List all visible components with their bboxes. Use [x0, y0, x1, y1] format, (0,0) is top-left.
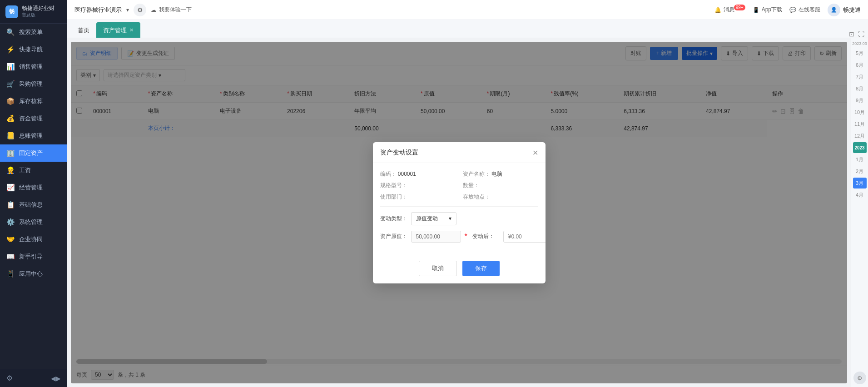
required-mark: *	[465, 233, 467, 241]
collapse-icon[interactable]: ◀▶	[51, 375, 61, 382]
sidebar-item-system[interactable]: ⚙️ 系统管理	[0, 213, 67, 231]
modal-dept-label: 使用部门：	[380, 194, 407, 200]
tab-asset-management[interactable]: 资产管理 ✕	[96, 22, 140, 38]
modal-header: 资产变动设置 ✕	[373, 142, 546, 163]
sidebar-item-label: 总账管理	[19, 132, 43, 140]
cal-month-10[interactable]: 10月	[853, 107, 867, 118]
cal-year-label: 2023.03	[852, 40, 867, 47]
sidebar-nav: 🔍 搜索菜单 ⚡ 快捷导航 📊 销售管理 🛒 采购管理 📦 库存核算 💰 资金管…	[0, 24, 67, 369]
modal-asset-name-field: 资产名称： 电脑	[463, 170, 538, 178]
tab-asset-label: 资产管理	[103, 26, 127, 35]
change-type-select[interactable]: 原值变动 ▾	[411, 212, 456, 225]
modal-divider	[380, 206, 538, 207]
modal-asset-name-label: 资产名称：	[463, 171, 490, 177]
after-change-input[interactable]	[503, 231, 546, 243]
quick-nav-icon: ⚡	[6, 45, 15, 54]
top-header: 医疗器械行业演示 ▾ ⚙ ☁ 我要体验一下 🔔 消息 99+ 📱 App下载	[67, 0, 868, 20]
cal-month-9[interactable]: 9月	[853, 95, 867, 106]
sidebar-item-label: 采购管理	[19, 80, 43, 88]
modal-info-grid: 编码： 000001 资产名称： 电脑 规格型号：	[380, 170, 538, 201]
sidebar-item-business[interactable]: 📈 经营管理	[0, 179, 67, 196]
original-value-field: 资产原值： * 变动后：	[380, 231, 538, 243]
sidebar-item-quick-nav[interactable]: ⚡ 快捷导航	[0, 41, 67, 58]
cal-month-1[interactable]: 1月	[853, 154, 867, 165]
modal-quantity-label: 数量：	[463, 182, 479, 189]
modal-code-field: 编码： 000001	[380, 170, 456, 178]
header-right: 🔔 消息 99+ 📱 App下载 💬 在线客服 👤 畅捷通	[714, 4, 861, 16]
settings-button[interactable]: ⚙	[134, 4, 146, 16]
cal-month-12[interactable]: 12月	[853, 130, 867, 141]
settings-icon[interactable]: ⚙	[6, 374, 13, 382]
sales-icon: 📊	[6, 63, 15, 71]
sidebar-logo: 畅 畅捷通好业财 普及版	[0, 0, 67, 24]
sidebar-item-label: 新手引导	[19, 253, 43, 261]
modal-location-label: 存放地点：	[463, 194, 490, 200]
modal-spec-label: 规格型号：	[380, 182, 407, 189]
sidebar-item-label: 经营管理	[19, 184, 43, 192]
restore-icon[interactable]: ⊡	[849, 30, 854, 38]
sidebar-item-search[interactable]: 🔍 搜索菜单	[0, 24, 67, 41]
sidebar-item-label: 应用中心	[19, 270, 43, 278]
sidebar-item-salary[interactable]: 👷 工资	[0, 162, 67, 179]
sidebar-item-label: 系统管理	[19, 218, 43, 226]
sidebar-item-label: 销售管理	[19, 63, 43, 71]
cal-month-3[interactable]: 3月	[853, 178, 867, 189]
enterprise-icon: 🤝	[6, 235, 15, 243]
chevron-down-icon: ▾	[126, 7, 129, 13]
sidebar-item-app-center[interactable]: 📱 应用中心	[0, 265, 67, 283]
modal-close-button[interactable]: ✕	[532, 149, 538, 157]
content-wrap: 🗂 资产明细 📝 变更生成凭证 对账 + 新增	[67, 38, 851, 387]
sidebar-item-sales[interactable]: 📊 销售管理	[0, 58, 67, 75]
cancel-button[interactable]: 取消	[419, 261, 457, 276]
cal-month-7[interactable]: 7月	[853, 71, 867, 82]
user-menu[interactable]: 👤 畅捷通	[828, 4, 861, 16]
tabs-bar: 首页 资产管理 ✕ ⊡ ⛶	[67, 20, 868, 38]
tab-close-icon[interactable]: ✕	[129, 27, 134, 33]
download-icon: 📱	[753, 7, 759, 13]
cal-month-6[interactable]: 6月	[853, 60, 867, 70]
sidebar-item-ledger[interactable]: 📒 总账管理	[0, 127, 67, 144]
original-value-input[interactable]	[411, 231, 461, 243]
avatar: 👤	[828, 4, 840, 16]
basic-info-icon: 📋	[6, 201, 15, 209]
experience-button[interactable]: ☁ 我要体验一下	[151, 6, 192, 14]
ledger-icon: 📒	[6, 132, 15, 140]
system-icon: ⚙️	[6, 218, 15, 226]
expand-icon[interactable]: ⛶	[858, 30, 864, 38]
calendar-settings-icon[interactable]: ⚙	[853, 372, 866, 384]
cal-month-4[interactable]: 4月	[853, 189, 867, 200]
cal-year-2023[interactable]: 2023	[853, 142, 867, 153]
app-edition: 普及版	[22, 12, 55, 18]
logo-icon: 畅	[5, 5, 18, 18]
sidebar: 畅 畅捷通好业财 普及版 🔍 搜索菜单 ⚡ 快捷导航 📊 销售管理 🛒 采购管理…	[0, 0, 67, 387]
user-name: 畅捷通	[843, 6, 861, 14]
tab-home[interactable]: 首页	[71, 22, 96, 38]
notifications-button[interactable]: 🔔 消息 99+	[714, 6, 745, 14]
sidebar-item-finance[interactable]: 💰 资金管理	[0, 110, 67, 127]
modal-code-label: 编码：	[380, 171, 397, 177]
sidebar-item-guide[interactable]: 📖 新手引导	[0, 248, 67, 265]
sidebar-item-enterprise[interactable]: 🤝 企业协同	[0, 231, 67, 248]
app-center-icon: 📱	[6, 270, 15, 278]
cal-month-5[interactable]: 5月	[853, 48, 867, 59]
online-service-button[interactable]: 💬 在线客服	[789, 6, 820, 14]
sidebar-item-inventory[interactable]: 📦 库存核算	[0, 93, 67, 110]
right-calendar: 2023.03 5月 6月 7月 8月 9月 10月 11月 12月 2023 …	[851, 38, 868, 387]
asset-change-modal: 资产变动设置 ✕ 编码： 000001 资产名称：	[373, 142, 546, 283]
save-button[interactable]: 保存	[462, 261, 500, 276]
sidebar-item-basic-info[interactable]: 📋 基础信息	[0, 196, 67, 213]
finance-icon: 💰	[6, 114, 15, 123]
tab-home-label: 首页	[78, 26, 89, 35]
cal-month-8[interactable]: 8月	[853, 83, 867, 94]
cal-month-11[interactable]: 11月	[853, 119, 867, 129]
company-dropdown[interactable]: ▾	[126, 7, 129, 13]
app-download-button[interactable]: 📱 App下载	[753, 6, 782, 14]
modal-code-value: 000001	[398, 171, 416, 177]
sidebar-item-fixed-assets[interactable]: 🏢 固定资产	[0, 144, 67, 162]
sidebar-item-label: 工资	[19, 166, 31, 174]
fixed-assets-icon: 🏢	[6, 149, 15, 157]
cal-month-2[interactable]: 2月	[853, 166, 867, 177]
modal-spec-field: 规格型号：	[380, 182, 456, 189]
sidebar-bottom: ⚙ ◀▶	[0, 369, 67, 387]
sidebar-item-purchase[interactable]: 🛒 采购管理	[0, 75, 67, 93]
